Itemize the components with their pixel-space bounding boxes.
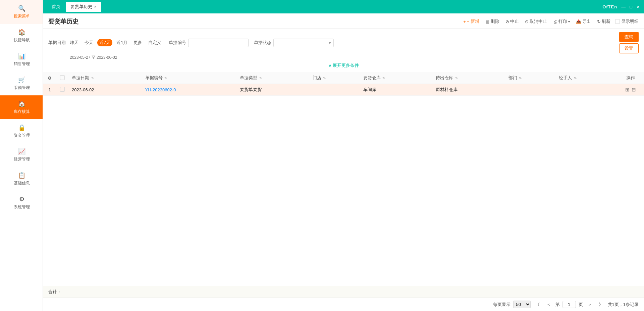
table-area: ⚙ 单据日期 ⇅ 单据编号 ⇅ xyxy=(43,72,644,286)
sidebar-item-quick-nav[interactable]: 🏠 快捷导航 xyxy=(0,24,43,48)
edit-icon[interactable]: ⊟ xyxy=(632,87,636,93)
cancel-stop-button[interactable]: ⊙ 取消中止 xyxy=(524,18,548,25)
first-page-button[interactable]: 《 xyxy=(533,301,542,308)
sidebar-item-finance-mgmt[interactable]: 🔒 资金管理 xyxy=(0,119,43,143)
cancel-stop-icon: ⊙ xyxy=(525,19,529,24)
th-pending-warehouse[interactable]: 待出仓库 ⇅ xyxy=(432,72,505,84)
td-store xyxy=(309,84,360,96)
th-doc-type[interactable]: 单据类型 ⇅ xyxy=(236,72,309,84)
td-req-warehouse: 车间库 xyxy=(360,84,432,96)
sort-icon: ⇅ xyxy=(519,76,522,80)
sidebar: 🔍 搜索菜单 🏠 快捷导航 📊 销售管理 🛒 采购管理 🏠 库存核算 🔒 资金管… xyxy=(0,0,43,311)
last-page-button[interactable]: 》 xyxy=(597,301,605,308)
per-page-select[interactable]: 50 10 20 100 xyxy=(513,301,531,308)
sidebar-item-label: 搜索菜单 xyxy=(14,13,30,19)
export-label: 导出 xyxy=(582,18,591,25)
maximize-icon[interactable]: □ xyxy=(630,4,632,9)
new-button[interactable]: + + 新增 xyxy=(462,18,481,25)
chart-icon: 📊 xyxy=(18,52,25,60)
page-input[interactable] xyxy=(562,301,576,308)
sidebar-item-basic-info[interactable]: 📋 基础信息 xyxy=(0,167,43,191)
doc-number-input[interactable] xyxy=(188,39,249,47)
th-department-label: 部门 xyxy=(508,75,517,80)
print-button[interactable]: 🖨 打印 ▾ xyxy=(552,18,571,25)
brand-text: OfTEn xyxy=(602,4,617,9)
export-button[interactable]: 📤 导出 xyxy=(575,18,592,25)
td-handler xyxy=(555,84,617,96)
per-page-label: 每页显示 xyxy=(493,302,511,308)
select-all-checkbox[interactable] xyxy=(60,75,65,80)
th-req-warehouse-label: 要货仓库 xyxy=(363,75,381,80)
th-store[interactable]: 门店 ⇅ xyxy=(309,72,360,84)
sort-icon: ⇅ xyxy=(455,76,458,80)
view-icon[interactable]: ⊞ xyxy=(625,87,630,93)
th-department[interactable]: 部门 ⇅ xyxy=(505,72,556,84)
td-checkbox xyxy=(56,84,68,96)
th-doc-number[interactable]: 单据编号 ⇅ xyxy=(142,72,237,84)
tab-close-icon[interactable]: × xyxy=(94,5,96,9)
sidebar-item-purchase-mgmt[interactable]: 🛒 采购管理 xyxy=(0,72,43,95)
sort-icon: ⇅ xyxy=(382,76,385,80)
sidebar-item-label: 销售管理 xyxy=(14,61,30,67)
action-icons: ⊞ ⊟ xyxy=(621,87,641,93)
delete-button[interactable]: 🗑 删除 xyxy=(484,18,501,25)
date-btn-today[interactable]: 今天 xyxy=(83,39,95,46)
expand-more-btn[interactable]: ∨ 展开更多条件 xyxy=(328,62,359,69)
date-btn-last1month[interactable]: 近1月 xyxy=(114,39,129,46)
sidebar-item-sales-mgmt[interactable]: 📊 销售管理 xyxy=(0,48,43,72)
doc-status-select[interactable] xyxy=(273,39,334,47)
th-doc-date[interactable]: 单据日期 ⇅ xyxy=(68,72,142,84)
sort-icon: ⇅ xyxy=(323,76,326,80)
td-action: ⊞ ⊟ xyxy=(617,84,644,96)
row-checkbox[interactable] xyxy=(60,87,65,92)
th-settings: ⚙ xyxy=(43,72,56,84)
td-pending-warehouse: 原材料仓库 xyxy=(432,84,505,96)
tab-home[interactable]: 首页 xyxy=(47,2,65,12)
filter-buttons: 查询 设置 xyxy=(619,32,639,53)
sidebar-item-label: 采购管理 xyxy=(14,85,30,91)
th-action: 操作 xyxy=(617,72,644,84)
prev-page-button[interactable]: ＜ xyxy=(544,301,553,308)
sidebar-item-inventory[interactable]: 🏠 库存核算 xyxy=(0,95,43,119)
sidebar-item-system-mgmt[interactable]: ⚙ 系统管理 xyxy=(0,191,43,215)
th-handler[interactable]: 经手人 ⇅ xyxy=(555,72,617,84)
delete-label: 删除 xyxy=(491,18,499,25)
cancel-stop-label: 取消中止 xyxy=(530,18,547,25)
new-label: + 新增 xyxy=(467,18,479,25)
expand-label: 展开更多条件 xyxy=(333,62,359,69)
tab-home-label: 首页 xyxy=(52,4,60,10)
tab-requisition-history[interactable]: 要货单历史 × xyxy=(66,2,101,12)
new-icon: + xyxy=(463,19,466,24)
data-table: ⚙ 单据日期 ⇅ 单据编号 ⇅ xyxy=(43,72,644,96)
chevron-down-icon: ∨ xyxy=(328,63,332,68)
th-handler-label: 经手人 xyxy=(559,75,572,80)
sidebar-item-operations-mgmt[interactable]: 📈 经营管理 xyxy=(0,143,43,167)
sidebar-item-search-menu[interactable]: 🔍 搜索菜单 xyxy=(0,0,43,24)
page-label: 第 xyxy=(555,302,560,308)
display-detail-checkbox[interactable] xyxy=(615,19,620,24)
doc-number-link[interactable]: YH-20230602-0 xyxy=(145,87,176,92)
th-req-warehouse[interactable]: 要货仓库 ⇅ xyxy=(360,72,432,84)
top-bar: 首页 要货单历史 × OfTEn — □ ✕ xyxy=(43,0,644,13)
sort-icon: ⇅ xyxy=(259,76,262,80)
th-doc-number-label: 单据编号 xyxy=(145,75,163,80)
next-page-button[interactable]: ＞ xyxy=(586,301,594,308)
date-btn-more[interactable]: 更多 xyxy=(131,39,144,46)
doc-status-filter-group: 单据状态 xyxy=(254,39,334,47)
settings-button[interactable]: 设置 xyxy=(619,43,639,53)
sidebar-item-label: 快捷导航 xyxy=(14,37,30,43)
export-icon: 📤 xyxy=(576,19,581,24)
minimize-icon[interactable]: — xyxy=(621,4,626,9)
date-btn-custom[interactable]: 自定义 xyxy=(146,39,163,46)
date-btn-yesterday[interactable]: 昨天 xyxy=(68,39,80,46)
query-button[interactable]: 查询 xyxy=(619,32,639,42)
stop-button[interactable]: ⊘ 中止 xyxy=(504,18,520,25)
settings-icon[interactable]: ⚙ xyxy=(48,76,52,81)
stop-icon: ⊘ xyxy=(505,19,509,24)
date-btn-last7days[interactable]: 近7天 xyxy=(97,39,112,46)
display-detail-toggle[interactable]: 显示明细 xyxy=(615,18,639,25)
search-icon: 🔍 xyxy=(18,5,25,12)
refresh-button[interactable]: ↻ 刷新 xyxy=(596,18,612,25)
close-window-icon[interactable]: ✕ xyxy=(636,4,640,9)
td-doc-type: 要货单要货 xyxy=(236,84,309,96)
